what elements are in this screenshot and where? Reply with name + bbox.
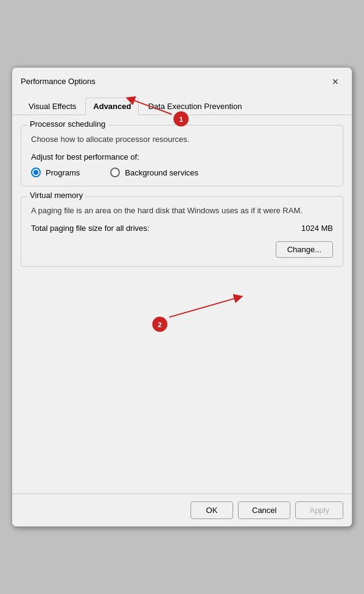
adjust-label: Adjust for best performance of: xyxy=(31,152,333,161)
radio-circle-programs xyxy=(31,168,41,177)
virtual-memory-title: Virtual memory xyxy=(27,191,85,200)
performance-options-dialog: Performance Options ✕ Visual Effects Adv… xyxy=(12,67,352,527)
radio-background[interactable]: Background services xyxy=(110,168,198,177)
dialog-title: Performance Options xyxy=(21,77,96,86)
paging-value: 1024 MB xyxy=(301,224,333,233)
paging-label: Total paging file size for all drives: xyxy=(31,224,149,233)
tab-advanced[interactable]: Advanced xyxy=(85,97,139,115)
footer: OK Cancel Apply xyxy=(12,493,352,526)
apply-button[interactable]: Apply xyxy=(295,501,343,519)
radio-programs[interactable]: Programs xyxy=(31,168,80,177)
cancel-button[interactable]: Cancel xyxy=(238,501,290,519)
radio-background-label: Background services xyxy=(125,168,198,177)
change-button[interactable]: Change... xyxy=(276,241,333,258)
tab-content: Processor scheduling Choose how to alloc… xyxy=(12,115,352,493)
radio-programs-label: Programs xyxy=(46,168,80,177)
processor-scheduling-desc: Choose how to allocate processor resourc… xyxy=(31,134,333,145)
empty-area xyxy=(21,277,343,484)
ok-button[interactable]: OK xyxy=(191,501,233,519)
processor-scheduling-section: Processor scheduling Choose how to alloc… xyxy=(21,125,343,186)
change-btn-row: Change... xyxy=(31,241,333,258)
dialog-wrapper: Performance Options ✕ Visual Effects Adv… xyxy=(12,67,352,527)
virtual-memory-section: Virtual memory A paging file is an area … xyxy=(21,196,343,267)
paging-row: Total paging file size for all drives: 1… xyxy=(31,224,333,233)
tabs-container: Visual Effects Advanced Data Execution P… xyxy=(12,92,352,115)
title-bar: Performance Options ✕ xyxy=(12,68,352,90)
radio-circle-background xyxy=(110,168,120,177)
tab-visual-effects[interactable]: Visual Effects xyxy=(21,97,84,115)
virtual-memory-desc: A paging file is an area on the hard dis… xyxy=(31,205,333,216)
processor-scheduling-title: Processor scheduling xyxy=(27,119,108,129)
tab-dep[interactable]: Data Execution Prevention xyxy=(140,97,250,115)
radio-group: Programs Background services xyxy=(31,168,333,177)
close-button[interactable]: ✕ xyxy=(327,74,343,90)
